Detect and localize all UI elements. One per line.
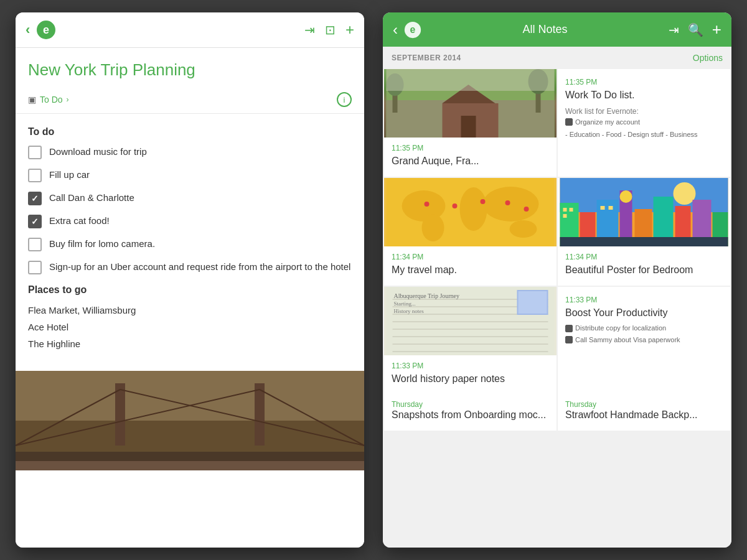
notebook-thumbnail: Albuquerque Trip Journey Starting... His… bbox=[384, 287, 557, 355]
todo-section: To do Download music for tripFill up car… bbox=[16, 114, 364, 365]
svg-point-44 bbox=[620, 190, 632, 203]
todo-text-1: Fill up car bbox=[49, 168, 90, 181]
checkbox-1[interactable] bbox=[28, 169, 42, 182]
todo-item-3[interactable]: Extra cat food! bbox=[28, 214, 352, 228]
note6-check2: Call Sammy about Visa paperwork bbox=[565, 335, 723, 345]
left-header: ‹ e ⇥ ⊡ + bbox=[16, 12, 364, 48]
note2-content: 11:35 PM Work To Do list. Work list for … bbox=[558, 69, 730, 149]
todo-text-5: Sign-up for an Uber account and request … bbox=[49, 260, 350, 273]
svg-rect-53 bbox=[563, 214, 567, 218]
note-card-6[interactable]: 11:33 PM Boost Your Productivity Distrib… bbox=[558, 287, 730, 394]
right-back-button[interactable]: ‹ bbox=[393, 21, 398, 39]
note5-time: 11:33 PM bbox=[392, 362, 549, 370]
add-note-icon[interactable]: + bbox=[345, 21, 354, 39]
todo-item-2[interactable]: Call Dan & Charlotte bbox=[28, 191, 352, 205]
note-content: New York Trip Planning ▣ To Do › i To do… bbox=[16, 48, 364, 548]
todo-item-4[interactable]: Buy film for lomo camera. bbox=[28, 237, 352, 251]
todo-heading: To do bbox=[28, 126, 352, 138]
note-meta-left[interactable]: ▣ To Do › bbox=[28, 95, 69, 105]
note-card-8[interactable]: Thursday Strawfoot Handmade Backp... bbox=[558, 394, 730, 431]
note-card-2[interactable]: 11:35 PM Work To Do list. Work list for … bbox=[558, 69, 730, 177]
note-card-5[interactable]: Albuquerque Trip Journey Starting... His… bbox=[384, 287, 557, 394]
right-add-icon[interactable]: + bbox=[712, 20, 721, 39]
right-search-icon[interactable]: 🔍 bbox=[688, 22, 703, 37]
note-meta: ▣ To Do › i bbox=[16, 86, 364, 114]
evernote-logo-icon: e bbox=[36, 20, 56, 40]
checkbox-0[interactable] bbox=[28, 146, 42, 159]
place-item: The Highline bbox=[28, 335, 352, 352]
note3-content: 11:34 PM My travel map. bbox=[384, 246, 557, 286]
map-svg bbox=[384, 178, 557, 246]
left-header-right: ⇥ ⊡ + bbox=[304, 21, 354, 39]
bottom-row: Thursday Snapshots from Onboarding moc..… bbox=[383, 394, 731, 432]
note1-content: 11:35 PM Grand Auque, Fra... bbox=[384, 138, 557, 177]
svg-rect-69 bbox=[519, 291, 547, 314]
svg-rect-50 bbox=[560, 237, 728, 246]
place-item: Flea Market, Williamsburg bbox=[28, 302, 352, 319]
note2-time: 11:35 PM bbox=[565, 78, 723, 86]
share-icon[interactable]: ⇥ bbox=[304, 22, 315, 37]
note3-time: 11:34 PM bbox=[392, 253, 549, 261]
todo-text-0: Download music for trip bbox=[49, 145, 147, 158]
note7-day: Thursday bbox=[392, 400, 549, 409]
left-header-left: ‹ e bbox=[26, 20, 56, 40]
chevron-icon: › bbox=[67, 95, 69, 104]
note4-title: Beautiful Poster for Bedroom bbox=[565, 264, 723, 277]
note6-body: Distribute copy for localization Call Sa… bbox=[565, 323, 723, 345]
right-evernote-logo-icon: e bbox=[404, 21, 421, 39]
svg-point-31 bbox=[510, 220, 537, 238]
svg-rect-12 bbox=[16, 461, 364, 470]
note4-time: 11:34 PM bbox=[565, 253, 723, 261]
notebook-svg: Albuquerque Trip Journey Starting... His… bbox=[384, 287, 557, 355]
svg-text:e: e bbox=[43, 24, 49, 36]
svg-text:Albuquerque Trip Journey: Albuquerque Trip Journey bbox=[394, 292, 460, 299]
bridge-image bbox=[16, 371, 364, 470]
note-card-7[interactable]: Thursday Snapshots from Onboarding moc..… bbox=[384, 394, 557, 431]
places-heading: Places to go bbox=[28, 284, 352, 296]
svg-rect-54 bbox=[601, 206, 605, 210]
svg-rect-25 bbox=[387, 69, 555, 138]
info-icon[interactable]: i bbox=[337, 92, 352, 107]
note-card-1[interactable]: 11:35 PM Grand Auque, Fra... bbox=[384, 69, 557, 177]
note-card-4[interactable]: 11:34 PM Beautiful Poster for Bedroom bbox=[558, 178, 730, 286]
barn-thumbnail bbox=[384, 69, 557, 138]
todo-item-0[interactable]: Download music for trip bbox=[28, 145, 352, 159]
left-phone: ‹ e ⇥ ⊡ + New York Trip Planning ▣ To Do bbox=[16, 12, 364, 548]
section-header: SEPTEMBER 2014 Options bbox=[383, 47, 731, 69]
notes-content: SEPTEMBER 2014 Options bbox=[383, 47, 731, 548]
checkbox-2[interactable] bbox=[28, 192, 42, 205]
todo-items-container: Download music for tripFill up carCall D… bbox=[28, 145, 352, 274]
checkbox-5[interactable] bbox=[28, 261, 42, 274]
note7-title: Snapshots from Onboarding moc... bbox=[392, 409, 549, 422]
note6-content: 11:33 PM Boost Your Productivity Distrib… bbox=[558, 287, 730, 355]
note4-content: 11:34 PM Beautiful Poster for Bedroom bbox=[558, 246, 730, 286]
barn-svg bbox=[384, 69, 557, 138]
svg-point-33 bbox=[453, 203, 458, 208]
options-button[interactable]: Options bbox=[693, 53, 723, 63]
svg-rect-51 bbox=[563, 208, 567, 212]
svg-rect-6 bbox=[255, 383, 265, 446]
checkbox-4[interactable] bbox=[28, 238, 42, 251]
svg-text:e: e bbox=[410, 24, 416, 35]
right-share-icon[interactable]: ⇥ bbox=[669, 22, 679, 37]
svg-rect-55 bbox=[609, 206, 613, 210]
todo-text-4: Buy film for lomo camera. bbox=[49, 237, 155, 250]
note6-check1: Distribute copy for localization bbox=[565, 323, 723, 334]
notebooks-icon[interactable]: ⊡ bbox=[325, 22, 336, 37]
note-card-3[interactable]: 11:34 PM My travel map. bbox=[384, 178, 557, 286]
todo-item-1[interactable]: Fill up car bbox=[28, 168, 352, 182]
note1-time: 11:35 PM bbox=[392, 144, 549, 152]
checkbox-3[interactable] bbox=[28, 215, 42, 228]
note6-checkbox2 bbox=[565, 336, 573, 343]
note1-title: Grand Auque, Fra... bbox=[392, 155, 549, 168]
todo-item-5[interactable]: Sign-up for an Uber account and request … bbox=[28, 260, 352, 274]
note2-body: Work list for Evernote: Organize my acco… bbox=[565, 106, 723, 140]
svg-point-32 bbox=[425, 202, 430, 207]
back-button[interactable]: ‹ bbox=[26, 22, 30, 38]
todo-text-2: Call Dan & Charlotte bbox=[49, 191, 134, 204]
poster-svg bbox=[558, 178, 730, 246]
places-list: Flea Market, WilliamsburgAce HotelThe Hi… bbox=[28, 302, 352, 352]
right-header-icons: ⇥ 🔍 + bbox=[669, 20, 721, 39]
note8-title: Strawfoot Handmade Backp... bbox=[565, 409, 723, 422]
section-date: SEPTEMBER 2014 bbox=[392, 54, 461, 62]
